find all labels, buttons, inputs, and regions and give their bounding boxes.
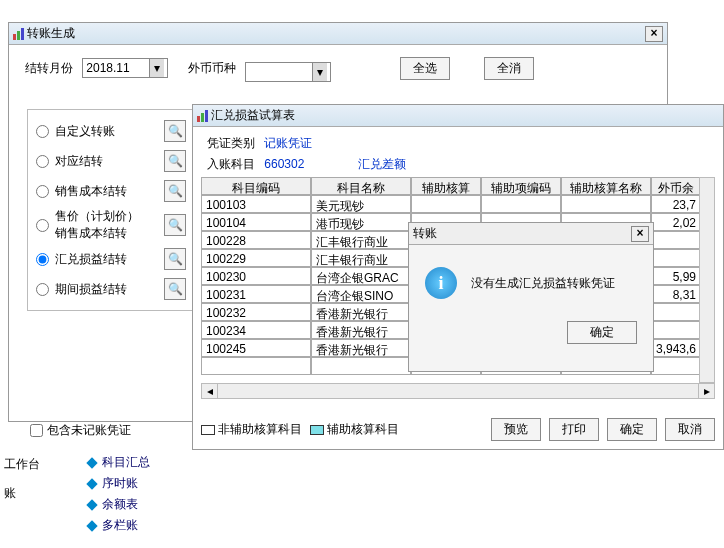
cell-name: 香港新光银行 — [311, 303, 411, 321]
cell-bal — [651, 249, 699, 267]
legend-aux: 辅助核算科目 — [310, 421, 399, 438]
diamond-icon — [86, 499, 97, 510]
radio-label: 自定义转账 — [55, 123, 115, 140]
titlebar: 转账生成 × — [9, 23, 667, 45]
vertical-scrollbar[interactable] — [699, 177, 715, 383]
sidebar-item-label: 余额表 — [102, 496, 138, 513]
col-name[interactable]: 科目名称 — [311, 177, 411, 195]
deselect-all-button[interactable]: 全消 — [484, 57, 534, 80]
preview-button[interactable]: 预览 — [491, 418, 541, 441]
col-fcbal[interactable]: 外币余 — [651, 177, 699, 195]
window-title: 转账生成 — [27, 25, 645, 42]
scroll-left-icon[interactable]: ◂ — [202, 384, 218, 398]
search-icon[interactable]: 🔍 — [164, 120, 186, 142]
radio-exchange[interactable]: 汇兑损益结转 🔍 — [30, 244, 192, 274]
cell-name: 台湾企银GRAC — [311, 267, 411, 285]
titlebar: 汇兑损益试算表 — [193, 105, 723, 127]
sidebar-links: 科目汇总 序时账 余额表 多栏账 — [88, 452, 150, 536]
radio-input[interactable] — [36, 155, 49, 168]
col-aux[interactable]: 辅助核算 — [411, 177, 481, 195]
diamond-icon — [86, 520, 97, 531]
radio-label: 汇兑损益结转 — [55, 251, 127, 268]
print-button[interactable]: 打印 — [549, 418, 599, 441]
info-icon: i — [425, 267, 457, 299]
radio-corresp[interactable]: 对应结转 🔍 — [30, 146, 192, 176]
radio-input[interactable] — [36, 219, 49, 232]
radio-custom[interactable]: 自定义转账 🔍 — [30, 116, 192, 146]
sidebar-item-label: 多栏账 — [102, 517, 138, 534]
ok-button[interactable]: 确定 — [607, 418, 657, 441]
app-icon — [13, 28, 27, 40]
include-unposted-row[interactable]: 包含未记账凭证 — [30, 422, 131, 439]
cell-name: 香港新光银行 — [311, 339, 411, 357]
chevron-down-icon[interactable]: ▾ — [149, 59, 164, 77]
radio-input[interactable] — [36, 283, 49, 296]
swatch-cyan — [310, 425, 324, 435]
month-value: 2018.11 — [86, 61, 129, 75]
window-title: 汇兑损益试算表 — [211, 107, 719, 124]
cell-aux — [411, 195, 481, 213]
swatch-white — [201, 425, 215, 435]
diamond-icon — [86, 457, 97, 468]
currency-combo[interactable]: ▾ — [245, 62, 331, 82]
month-label: 结转月份 — [25, 61, 73, 75]
close-icon[interactable]: × — [631, 226, 649, 242]
cell-name: 美元现钞 — [311, 195, 411, 213]
cell-bal: 5,99 — [651, 267, 699, 285]
radio-input[interactable] — [36, 185, 49, 198]
entry-acct-value[interactable]: 660302 — [264, 157, 304, 171]
include-unposted-checkbox[interactable] — [30, 424, 43, 437]
radio-period[interactable]: 期间损益结转 🔍 — [30, 274, 192, 304]
sidebar-item-multi[interactable]: 多栏账 — [88, 515, 150, 536]
acct-label[interactable]: 账 — [0, 483, 44, 504]
horizontal-scrollbar[interactable]: ◂ ▸ — [201, 383, 715, 399]
cell-bal: 8,31 — [651, 285, 699, 303]
cell-code: 100104 — [201, 213, 311, 231]
cell-code: 100232 — [201, 303, 311, 321]
cell-bal — [651, 303, 699, 321]
dialog-ok-button[interactable]: 确定 — [567, 321, 637, 344]
search-icon[interactable]: 🔍 — [164, 214, 186, 236]
cell-code: 100229 — [201, 249, 311, 267]
sidebar-item-balance[interactable]: 余额表 — [88, 494, 150, 515]
col-auxcode[interactable]: 辅助项编码 — [481, 177, 561, 195]
table-header: 科目编码 科目名称 辅助核算 辅助项编码 辅助核算名称 外币余 — [201, 177, 699, 195]
cancel-button[interactable]: 取消 — [665, 418, 715, 441]
dialog-message: 没有生成汇兑损益转账凭证 — [471, 275, 615, 292]
dialog-footer: 确定 — [409, 321, 653, 354]
col-code[interactable]: 科目编码 — [201, 177, 311, 195]
scroll-right-icon[interactable]: ▸ — [698, 384, 714, 398]
search-icon[interactable]: 🔍 — [164, 278, 186, 300]
sidebar-item-journal[interactable]: 序时账 — [88, 473, 150, 494]
radio-label: 售价（计划价） 销售成本结转 — [55, 208, 139, 242]
voucher-type-value[interactable]: 记账凭证 — [264, 136, 312, 150]
cell-auxname — [561, 195, 651, 213]
dialog-title: 转账 — [413, 225, 631, 242]
close-icon[interactable]: × — [645, 26, 663, 42]
table-row[interactable]: 100103美元现钞23,7 — [201, 195, 699, 213]
radio-input[interactable] — [36, 253, 49, 266]
select-all-button[interactable]: 全选 — [400, 57, 450, 80]
radio-planprice[interactable]: 售价（计划价） 销售成本结转 🔍 — [30, 206, 192, 244]
chevron-down-icon[interactable]: ▾ — [312, 63, 327, 81]
cell-code: 100103 — [201, 195, 311, 213]
col-auxname[interactable]: 辅助核算名称 — [561, 177, 651, 195]
transfer-type-panel: 自定义转账 🔍 对应结转 🔍 销售成本结转 🔍 售价（计划价） 销售成本结转 🔍… — [27, 109, 195, 311]
cell-code: 100230 — [201, 267, 311, 285]
cell-name: 香港新光银行 — [311, 321, 411, 339]
sidebar-item-summary[interactable]: 科目汇总 — [88, 452, 150, 473]
radio-salecost[interactable]: 销售成本结转 🔍 — [30, 176, 192, 206]
currency-label: 外币币种 — [188, 61, 236, 75]
diamond-icon — [86, 478, 97, 489]
month-combo[interactable]: 2018.11 ▾ — [82, 58, 168, 78]
exchange-diff[interactable]: 汇兑差额 — [358, 157, 406, 171]
search-icon[interactable]: 🔍 — [164, 180, 186, 202]
workbench-label[interactable]: 工作台 — [0, 454, 44, 475]
search-icon[interactable]: 🔍 — [164, 248, 186, 270]
cell-auxcode — [481, 195, 561, 213]
search-icon[interactable]: 🔍 — [164, 150, 186, 172]
app-icon — [197, 110, 211, 122]
radio-input[interactable] — [36, 125, 49, 138]
legend-label: 非辅助核算科目 — [218, 422, 302, 436]
sidebar-item-label: 序时账 — [102, 475, 138, 492]
